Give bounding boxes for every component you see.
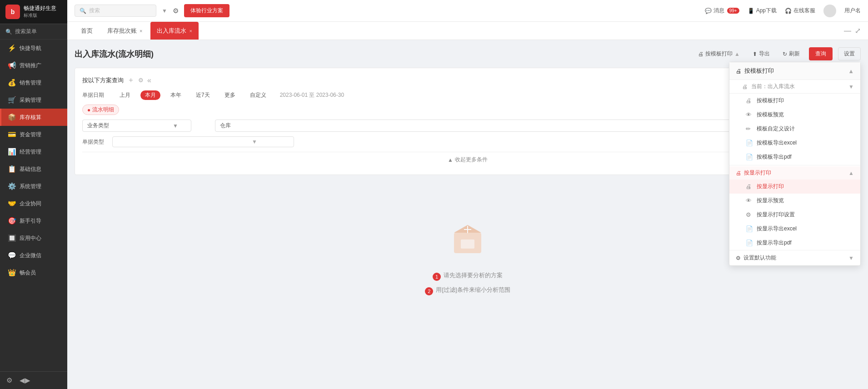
template-print-btn[interactable]: 🖨 按模板打印 ▲ <box>694 48 743 60</box>
headset-icon: 🎧 <box>785 8 792 14</box>
empty-hint-2: 2 用[过滤]条件来缩小分析范围 <box>425 286 510 297</box>
message-item[interactable]: 💬 消息 99+ <box>705 7 739 15</box>
template-preview-icon: 👁 <box>746 111 753 118</box>
display-preview-icon: 👁 <box>746 197 753 204</box>
sidebar-item-finance[interactable]: 💳 资金管理 <box>0 126 67 143</box>
dropdown-header-arrow[interactable]: ▲ <box>848 68 854 75</box>
sidebar-item-label: 新手引导 <box>20 217 41 225</box>
sidebar-item-quick-nav[interactable]: ⚡ 快捷导航 <box>0 40 67 57</box>
hint1-num: 1 <box>433 273 441 281</box>
display-section-arrow[interactable]: ▲ <box>848 170 854 176</box>
sidebar-item-basic[interactable]: 📋 基础信息 <box>0 160 67 178</box>
flow-detail-badge[interactable]: ● 流水明细 <box>82 105 119 115</box>
printer-header-icon: 🖨 <box>736 68 742 75</box>
query-btn[interactable]: 查询 <box>809 47 833 60</box>
dropdown-panel: 🖨 按模板打印 ▲ 🖨 当前：出入库流水 ▼ 🖨 按模板打印 👁 按模板预览 <box>729 62 861 266</box>
sidebar-item-marketing[interactable]: 📢 营销推广 <box>0 57 67 74</box>
template-print-item-icon: 🖨 <box>746 97 753 104</box>
page-actions: 🖨 按模板打印 ▲ ⬆ 导出 ↻ 刷新 查询 设置 <box>694 47 861 60</box>
topbar-dropdown-arrow[interactable]: ▼ <box>162 8 167 14</box>
export-btn[interactable]: ⬆ 导出 <box>749 48 773 60</box>
filter-collapse-icon[interactable]: « <box>147 76 151 85</box>
sidebar-item-inventory[interactable]: 📦 库存核算 <box>0 109 67 126</box>
dropdown-display-export-excel[interactable]: 📄 按显示导出excel <box>729 222 860 236</box>
dropdown-template-export-excel[interactable]: 📄 按模板导出excel <box>729 136 860 150</box>
sidebar-item-system[interactable]: ⚙️ 系统管理 <box>0 178 67 195</box>
sidebar-search[interactable]: 🔍 搜索菜单 <box>0 24 67 40</box>
tab-inventory-batch[interactable]: 库存批次账 × <box>101 22 149 40</box>
sidebar-item-guide[interactable]: 🎯 新手引导 <box>0 212 67 229</box>
filter-date-more[interactable]: 更多 <box>220 90 240 100</box>
sidebar-item-label: 资金管理 <box>20 131 41 139</box>
tab-minimize-icon[interactable]: — <box>844 27 851 35</box>
query-label: 查询 <box>815 50 826 58</box>
display-excel-icon: 📄 <box>746 225 753 232</box>
sidebar-item-member[interactable]: 👑 畅会员 <box>0 264 67 281</box>
dropdown-footer-arrow[interactable]: ▼ <box>848 255 854 261</box>
app-download-item[interactable]: 📱 App下载 <box>748 7 777 15</box>
dropdown-display-export-pdf[interactable]: 📄 按显示导出pdf <box>729 236 860 250</box>
tab-maximize-icon[interactable]: ⤢ <box>855 26 861 35</box>
dropdown-display-print-settings[interactable]: ⚙ 按显示打印设置 <box>729 208 860 222</box>
dropdown-template-print[interactable]: 🖨 按模板打印 <box>729 94 860 108</box>
dropdown-template-customize[interactable]: ✏ 模板自定义设计 <box>729 122 860 136</box>
search-placeholder-text: 搜索 <box>89 7 100 15</box>
quick-nav-icon: ⚡ <box>8 44 16 52</box>
logo-badge: 标准版 <box>24 12 56 19</box>
filter-date-current-month[interactable]: 本月 <box>140 90 160 100</box>
message-badge: 99+ <box>727 8 739 14</box>
filter-date-last-month[interactable]: 上月 <box>115 90 135 100</box>
refresh-label: 刷新 <box>789 50 800 58</box>
filter-date-custom[interactable]: 自定义 <box>245 90 271 100</box>
user-name[interactable]: 用户名 <box>844 7 861 15</box>
template-print-label: 按模板打印 <box>705 50 733 58</box>
industry-btn[interactable]: 体验行业方案 <box>184 4 229 17</box>
dropdown-current-label-row: 🖨 当前：出入库流水 ▼ <box>729 80 860 94</box>
sidebar-logo: b 畅捷通好生意 标准版 <box>0 0 67 24</box>
tab-inventory-batch-close[interactable]: × <box>140 28 142 34</box>
filter-business-type[interactable]: 业务类型 ▼ <box>82 120 191 132</box>
dropdown-display-section-header[interactable]: 🖨 按显示打印 ▲ <box>729 166 860 180</box>
online-service-item[interactable]: 🎧 在线客服 <box>785 7 815 15</box>
sidebar-item-enterprise[interactable]: 🤝 企业协同 <box>0 195 67 212</box>
filter-gear-icon[interactable]: ⚙ <box>138 77 144 84</box>
filter-doctype-arrow: ▼ <box>252 139 257 145</box>
template-print-arrow[interactable]: ▲ <box>734 51 740 57</box>
topbar: 🔍 搜索 ▼ ⚙ 体验行业方案 💬 消息 99+ 📱 App下载 🎧 在线客服 … <box>67 0 868 22</box>
dropdown-display-preview[interactable]: 👁 按显示预览 <box>729 194 860 208</box>
filter-add-btn[interactable]: ＋ <box>127 75 135 85</box>
collapse-arrow-icon: ▲ <box>448 157 453 163</box>
topbar-search[interactable]: 🔍 搜索 <box>75 5 156 17</box>
collapse-sidebar-icon[interactable]: ◀▶ <box>20 376 30 384</box>
tab-flow-label: 出入库流水 <box>157 27 186 35</box>
current-label-arrow[interactable]: ▼ <box>848 84 854 90</box>
dropdown-footer[interactable]: ⚙ 设置默认功能 ▼ <box>729 250 860 265</box>
sidebar-item-wechat[interactable]: 💬 企业微信 <box>0 247 67 264</box>
user-avatar[interactable] <box>823 5 836 17</box>
message-label: 消息 <box>713 7 724 15</box>
page-header: 出入库流水(流水明细) 🖨 按模板打印 ▲ ⬆ 导出 ↻ 刷新 查询 <box>75 47 861 60</box>
tab-flow-close[interactable]: × <box>189 28 192 34</box>
tabs-right: — ⤢ <box>844 26 861 35</box>
filter-doctype-select[interactable]: ▼ <box>112 136 294 147</box>
sidebar-item-operation[interactable]: 📊 经营管理 <box>0 143 67 160</box>
filter-date-current-year[interactable]: 本年 <box>166 90 186 100</box>
dropdown-template-preview[interactable]: 👁 按模板预览 <box>729 108 860 122</box>
sidebar-item-apps[interactable]: 🔲 应用中心 <box>0 229 67 247</box>
filter-title: 按以下方案查询 <box>82 76 124 85</box>
settings-btn[interactable]: 设置 <box>838 47 861 60</box>
settings-footer-icon[interactable]: ⚙ <box>6 376 12 384</box>
current-label-text: 当前：出入库流水 <box>751 83 848 90</box>
sidebar-item-purchase[interactable]: 🛒 采购管理 <box>0 91 67 109</box>
topbar-gear-icon[interactable]: ⚙ <box>173 7 179 15</box>
refresh-icon: ↻ <box>783 51 787 57</box>
sidebar-item-sales[interactable]: 💰 销售管理 <box>0 74 67 91</box>
refresh-btn[interactable]: ↻ 刷新 <box>779 48 803 60</box>
tab-home[interactable]: 首页 <box>75 22 99 40</box>
dropdown-template-export-pdf[interactable]: 📄 按模板导出pdf <box>729 150 860 164</box>
template-excel-label: 按模板导出excel <box>757 139 797 147</box>
tab-flow[interactable]: 出入库流水 × <box>150 22 198 40</box>
dropdown-display-print[interactable]: 🖨 按显示打印 <box>729 180 860 194</box>
app-download-icon: 📱 <box>748 8 754 14</box>
filter-date-last-7days[interactable]: 近7天 <box>191 90 215 100</box>
